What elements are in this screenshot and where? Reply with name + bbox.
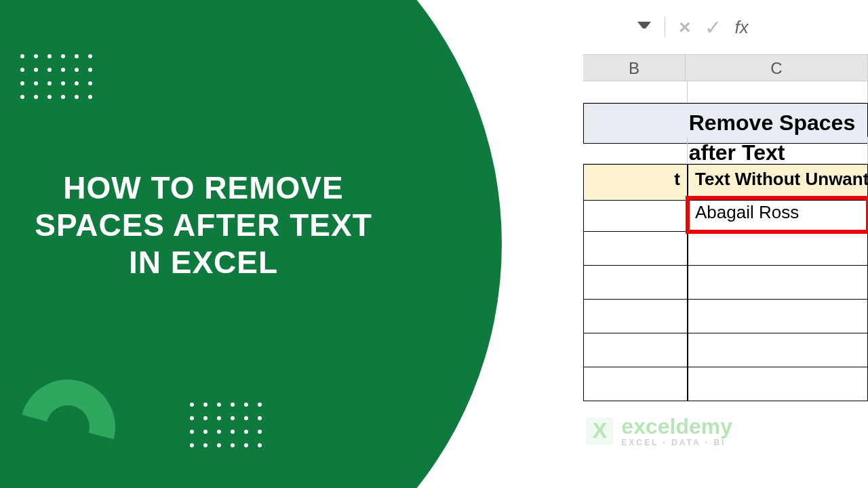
cell[interactable] [583, 137, 688, 164]
separator [665, 17, 665, 37]
namebox-dropdown-icon[interactable] [637, 22, 651, 35]
table-cell[interactable] [583, 367, 688, 401]
sheet-body: Remove Spaces after Text t Text Without … [583, 81, 868, 401]
table-cell[interactable] [688, 367, 868, 401]
cell[interactable] [688, 137, 868, 164]
cancel-icon[interactable]: × [679, 16, 691, 39]
page-title: HOW TO REMOVE SPACES AFTER TEXT IN EXCEL [27, 169, 380, 282]
col-header-b[interactable]: B [583, 55, 686, 81]
table-cell[interactable] [688, 333, 868, 367]
table-cell[interactable] [688, 232, 868, 266]
table-cell[interactable] [583, 198, 688, 232]
cell[interactable] [583, 81, 688, 103]
fx-icon[interactable]: fx [735, 17, 749, 38]
table-cell[interactable] [583, 232, 688, 266]
table-header-left[interactable]: t [583, 164, 688, 201]
result-cell[interactable]: Abagail Ross [688, 198, 868, 232]
watermark-tagline: EXCEL · DATA · BI [621, 438, 732, 447]
table-cell[interactable] [688, 266, 868, 300]
dots-decoration-top [20, 54, 92, 99]
watermark: X exceldemy EXCEL · DATA · BI [586, 414, 732, 447]
table-cell[interactable] [583, 266, 688, 300]
table-header-right[interactable]: Text Without Unwanted Space [688, 164, 868, 201]
table-cell[interactable] [583, 333, 688, 367]
cell[interactable] [688, 81, 868, 103]
formula-bar: × ✓ fx [637, 7, 868, 47]
dots-decoration-bottom [190, 403, 262, 447]
table-cell[interactable] [688, 300, 868, 333]
enter-check-icon[interactable]: ✓ [705, 16, 722, 39]
column-headers: B C [583, 54, 868, 81]
watermark-brand: exceldemy [621, 414, 732, 439]
table-cell[interactable] [583, 300, 688, 333]
excel-logo-icon: X [586, 418, 613, 445]
col-header-c[interactable]: C [686, 55, 868, 81]
